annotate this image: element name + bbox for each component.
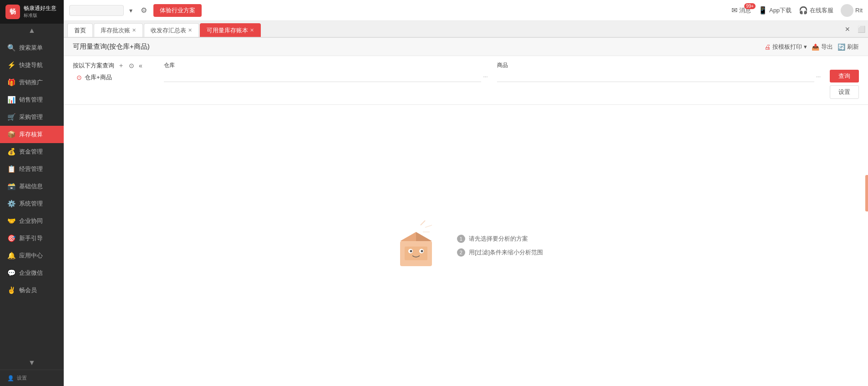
filter-section-label: 按以下方案查询 ＋ ⊙ « <box>73 62 155 70</box>
sidebar-item-purchase[interactable]: 🛒 采购管理 <box>0 108 64 126</box>
online-service-btn[interactable]: 🎧 在线客服 <box>799 6 833 15</box>
product-input-row: ··· <box>497 71 821 82</box>
refresh-btn[interactable]: 🔄 刷新 <box>838 43 859 51</box>
sidebar-item-sales[interactable]: 📊 销售管理 <box>0 91 64 108</box>
product-more-btn[interactable]: ··· <box>816 73 821 80</box>
message-icon: ✉ <box>731 6 737 15</box>
sidebar-item-label: 库存核算 <box>19 130 43 139</box>
sidebar-item-basic[interactable]: 🗃️ 基础信息 <box>0 178 64 195</box>
tip-text-2: 用[过滤]条件来缩小分析范围 <box>469 248 543 257</box>
sidebar-item-management[interactable]: 📋 经营管理 <box>0 160 64 178</box>
gift-icon: 🎁 <box>7 78 15 87</box>
tab-home-label: 首页 <box>74 26 86 35</box>
gear-icon: ⚙️ <box>7 200 15 208</box>
window-controls: ✕ ⬜ <box>841 21 868 37</box>
sidebar-item-member[interactable]: ✌️ 畅会员 <box>0 282 64 299</box>
sidebar-item-label: 快捷导航 <box>19 61 43 69</box>
filter-settings-btn[interactable]: ⊙ <box>128 62 135 69</box>
sidebar-item-finance[interactable]: 💰 资金管理 <box>0 143 64 160</box>
sidebar-item-search[interactable]: 🔍 搜索菜单 <box>0 39 64 57</box>
filter-left: 按以下方案查询 ＋ ⊙ « ⊙ 仓库+商品 <box>73 62 155 83</box>
right-scroll-indicator <box>865 175 868 211</box>
print-btn[interactable]: 🖨 按模板打印 ▾ <box>764 43 807 51</box>
sidebar-item-label: 销售管理 <box>19 96 43 104</box>
app-download-btn[interactable]: 📱 App下载 <box>758 6 792 15</box>
tab-summary-close[interactable]: ✕ <box>188 27 192 33</box>
tabbar: 首页 库存批次账 ✕ 收发存汇总表 ✕ 可用量库存账本 ✕ <box>64 21 868 37</box>
empty-tip-2: 2 用[过滤]条件来缩小分析范围 <box>457 248 543 257</box>
chart-icon: 📊 <box>7 96 15 104</box>
sidebar-footer: 👤 设置 <box>0 370 64 386</box>
sidebar-badge: 标准版 <box>24 12 56 19</box>
tabbar-wrapper: 首页 库存批次账 ✕ 收发存汇总表 ✕ 可用量库存账本 ✕ ✕ ⬜ <box>64 21 868 38</box>
empty-illustration <box>389 218 443 273</box>
sidebar-item-wxwork[interactable]: 💬 企业微信 <box>0 264 64 282</box>
export-btn[interactable]: 📤 导出 <box>812 43 833 51</box>
user-avatar-small: 👤 <box>7 375 14 381</box>
sidebar: 畅 畅康通好生意 标准版 ▲ 🔍 搜索菜单 ⚡ 快捷导航 🎁 营销推广 📊 销售… <box>0 0 64 386</box>
avatar <box>841 4 853 17</box>
print-icon: 🖨 <box>764 43 771 51</box>
topbar-actions: ✉ 消息 99+ 📱 App下载 🎧 在线客服 Rit <box>731 4 863 17</box>
tab-home[interactable]: 首页 <box>67 23 93 37</box>
sidebar-scroll-down[interactable]: ▼ <box>0 356 64 370</box>
topbar-search-input[interactable] <box>69 5 124 16</box>
svg-line-9 <box>425 225 432 227</box>
target-icon: 🎯 <box>7 234 15 242</box>
message-badge: 99+ <box>744 3 756 9</box>
filter-add-btn[interactable]: ＋ <box>117 62 125 70</box>
topbar: ▾ ⚙ 体验行业方案 ✉ 消息 99+ 📱 App下载 🎧 在线客服 Rit <box>64 0 868 21</box>
settings-btn[interactable]: 设置 <box>830 85 859 99</box>
sidebar-item-system[interactable]: ⚙️ 系统管理 <box>0 195 64 212</box>
refresh-icon: 🔄 <box>838 43 845 51</box>
sidebar-item-label: 企业微信 <box>19 269 43 277</box>
box-icon: 📦 <box>7 130 15 139</box>
warehouse-input[interactable] <box>164 71 481 82</box>
topbar-gear-btn[interactable]: ⚙ <box>138 5 150 15</box>
flash-icon: ⚡ <box>7 61 15 69</box>
sidebar-item-inventory[interactable]: 📦 库存核算 <box>0 126 64 143</box>
page-title: 可用量查询(按仓库+商品) <box>73 42 150 51</box>
empty-tips: 1 请先选择要分析的方案 2 用[过滤]条件来缩小分析范围 <box>457 235 543 257</box>
sidebar-item-quicknav[interactable]: ⚡ 快捷导航 <box>0 57 64 74</box>
tab-batchledger-close[interactable]: ✕ <box>132 27 136 33</box>
sidebar-item-label: 企业协同 <box>19 217 43 225</box>
sidebar-item-label: 系统管理 <box>19 200 43 208</box>
query-btn[interactable]: 查询 <box>830 70 859 82</box>
sidebar-item-marketing[interactable]: 🎁 营销推广 <box>0 74 64 91</box>
search-icon: 🔍 <box>7 44 15 52</box>
filter-field-warehouse: 仓库 ··· <box>164 62 488 82</box>
tab-available-close[interactable]: ✕ <box>250 27 254 33</box>
tip-number-1: 1 <box>457 235 465 243</box>
print-dropdown-icon[interactable]: ▾ <box>804 43 807 50</box>
bell-icon: 🔔 <box>7 252 15 260</box>
window-maximize-btn[interactable]: ⬜ <box>854 21 868 37</box>
product-field-label: 商品 <box>497 62 821 69</box>
sidebar-scroll-up[interactable]: ▲ <box>0 24 64 37</box>
svg-marker-2 <box>416 232 432 241</box>
svg-point-7 <box>421 250 423 252</box>
tab-summary[interactable]: 收发存汇总表 ✕ <box>144 23 199 37</box>
tab-batchledger-label: 库存批次账 <box>101 26 130 35</box>
topbar-dropdown-btn[interactable]: ▾ <box>127 6 134 15</box>
filter-scheme-item[interactable]: ⊙ 仓库+商品 <box>73 72 155 83</box>
sidebar-item-enterprise[interactable]: 🤝 企业协同 <box>0 212 64 230</box>
sidebar-item-label: 资金管理 <box>19 148 43 156</box>
industry-solution-btn[interactable]: 体验行业方案 <box>153 4 202 17</box>
print-label: 按模板打印 <box>772 43 802 51</box>
warehouse-more-btn[interactable]: ··· <box>483 73 487 80</box>
tab-summary-label: 收发存汇总表 <box>151 26 186 35</box>
sidebar-item-guide[interactable]: 🎯 新手引导 <box>0 230 64 247</box>
filter-collapse-btn[interactable]: « <box>138 62 143 69</box>
clipboard-icon: 📋 <box>7 165 15 173</box>
tab-available-label: 可用量库存账本 <box>207 26 248 35</box>
message-btn[interactable]: ✉ 消息 99+ <box>731 6 751 15</box>
sidebar-item-appstore[interactable]: 🔔 应用中心 <box>0 247 64 264</box>
sidebar-item-label: 经营管理 <box>19 165 43 173</box>
svg-line-8 <box>421 221 425 225</box>
tab-batchledger[interactable]: 库存批次账 ✕ <box>94 23 143 37</box>
user-btn[interactable]: Rit <box>841 4 863 17</box>
product-input[interactable] <box>497 71 814 82</box>
tab-available[interactable]: 可用量库存账本 ✕ <box>200 23 261 37</box>
window-close-btn[interactable]: ✕ <box>841 21 854 37</box>
